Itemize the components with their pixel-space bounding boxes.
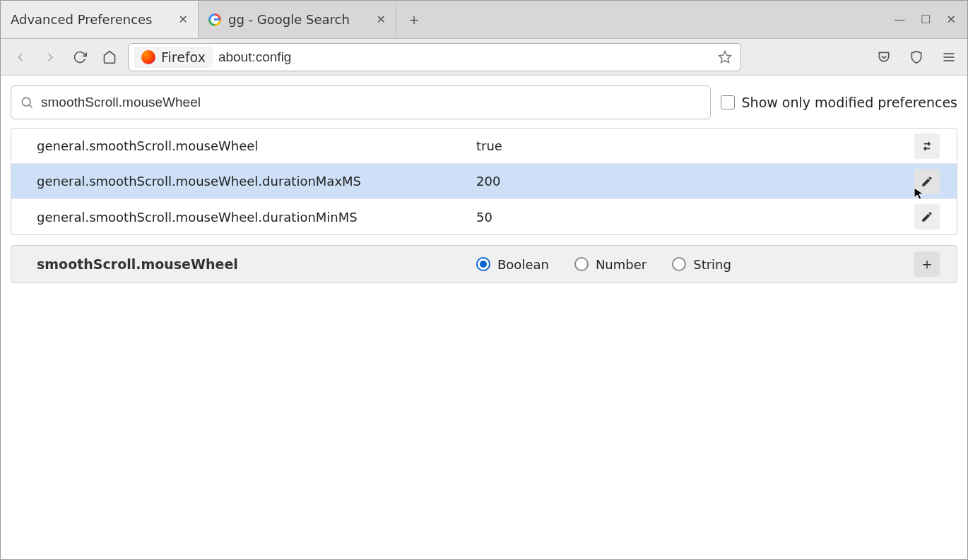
pencil-icon (921, 175, 933, 188)
bookmark-star-icon[interactable] (715, 47, 735, 67)
radio-dot-icon (672, 257, 686, 271)
type-radio-group: BooleanNumberString (476, 257, 914, 272)
browser-toolbar: Firefox (1, 39, 967, 76)
shield-icon[interactable] (907, 47, 926, 67)
tab-bar: Advanced Preferences ✕ gg - Google Searc… (1, 1, 967, 39)
hamburger-menu-icon[interactable] (939, 47, 959, 67)
pencil-icon (921, 210, 933, 223)
url-bar[interactable]: Firefox (128, 43, 741, 71)
new-tab-button[interactable]: ＋ (396, 1, 432, 38)
new-pref-row: smoothScroll.mouseWheel BooleanNumberStr… (11, 245, 957, 283)
radio-label: Number (596, 257, 647, 272)
type-radio-boolean[interactable]: Boolean (476, 257, 549, 272)
type-radio-string[interactable]: String (672, 257, 731, 272)
pref-value: 200 (476, 174, 914, 189)
new-pref-name: smoothScroll.mouseWheel (37, 256, 476, 272)
edit-button[interactable] (914, 204, 940, 230)
identity-label: Firefox (161, 49, 206, 65)
svg-point-4 (22, 97, 30, 106)
tab-title: Advanced Preferences (11, 12, 153, 27)
pref-row[interactable]: general.smoothScroll.mouseWheel.duration… (11, 199, 957, 234)
toggle-icon (920, 139, 934, 153)
tab-inactive[interactable]: gg - Google Search ✕ (199, 1, 396, 38)
radio-label: Boolean (497, 257, 549, 272)
add-pref-button[interactable]: ＋ (914, 251, 940, 277)
tab-title: gg - Google Search (228, 12, 350, 27)
checkbox-icon (721, 95, 735, 109)
window-maximize-icon[interactable]: ☐ (921, 13, 931, 26)
tab-active[interactable]: Advanced Preferences ✕ (1, 1, 199, 38)
radio-dot-icon (476, 257, 490, 271)
pref-value: 50 (476, 210, 914, 225)
firefox-icon (141, 50, 155, 64)
url-input[interactable] (218, 49, 709, 65)
window-minimize-icon[interactable]: — (894, 13, 905, 26)
svg-marker-0 (719, 51, 731, 62)
type-radio-number[interactable]: Number (574, 257, 647, 272)
edit-button[interactable] (914, 169, 940, 194)
pref-name: general.smoothScroll.mouseWheel (37, 138, 476, 153)
pocket-icon[interactable] (874, 47, 894, 67)
svg-line-5 (30, 105, 33, 108)
pref-list: general.smoothScroll.mouseWheeltruegener… (11, 128, 957, 235)
pref-name: general.smoothScroll.mouseWheel.duration… (37, 174, 476, 189)
back-button[interactable] (9, 46, 32, 68)
reload-button[interactable] (69, 46, 91, 68)
about-config-content: Show only modified preferences general.s… (1, 76, 967, 559)
window-close-icon[interactable]: ✕ (947, 13, 956, 26)
pref-search-input[interactable] (41, 95, 702, 110)
home-button[interactable] (98, 46, 121, 68)
pref-name: general.smoothScroll.mouseWheel.duration… (37, 210, 476, 225)
forward-button[interactable] (39, 46, 61, 68)
tab-close-icon[interactable]: ✕ (377, 13, 386, 26)
tab-close-icon[interactable]: ✕ (179, 13, 188, 26)
search-icon (20, 95, 34, 109)
pref-search-box[interactable] (11, 85, 711, 119)
identity-box[interactable]: Firefox (134, 47, 213, 68)
google-icon (208, 13, 221, 26)
toggle-button[interactable] (914, 133, 940, 159)
pref-row[interactable]: general.smoothScroll.mouseWheeltrue (11, 129, 957, 164)
radio-label: String (693, 257, 731, 272)
radio-dot-icon (574, 257, 589, 271)
pref-value: true (476, 138, 914, 153)
checkbox-label: Show only modified preferences (742, 95, 957, 110)
pref-row[interactable]: general.smoothScroll.mouseWheel.duration… (11, 164, 957, 199)
show-modified-checkbox[interactable]: Show only modified preferences (721, 95, 957, 110)
